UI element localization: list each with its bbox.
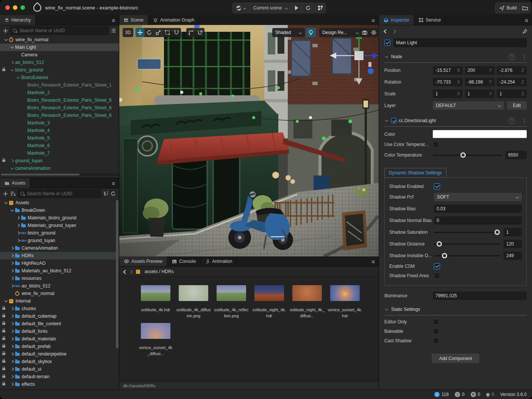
gizmo-display-select[interactable]: Design Re... <box>319 28 362 37</box>
chevron-right-icon[interactable] <box>16 231 20 235</box>
chevron-right-icon[interactable] <box>10 359 14 364</box>
chevron-right-icon[interactable] <box>10 382 14 387</box>
tab-animation-graph[interactable]: Animation Graph <box>148 15 199 25</box>
tab-assets-preview[interactable]: Assets Preview <box>119 256 167 266</box>
assets-vscrollbar[interactable] <box>116 200 119 348</box>
chevron-right-icon[interactable] <box>10 246 14 250</box>
tab-hierarchy[interactable]: Hierarchy <box>0 15 36 25</box>
scale-z-field[interactable]: 1Z <box>497 90 527 98</box>
tree-row[interactable]: HDRs <box>0 252 119 259</box>
chevron-right-icon[interactable] <box>10 352 14 356</box>
tree-row[interactable]: default_renderpipeline <box>0 350 119 358</box>
tree-row[interactable]: CameraAnimation <box>0 244 119 252</box>
tree-row[interactable]: Manhole_2 <box>0 89 119 96</box>
scale-x-field[interactable]: 1X <box>433 90 463 98</box>
tree-row[interactable]: Bistro_Research_Exterior_Paris_Street_6 <box>0 96 119 104</box>
hierarchy-menu-icon[interactable]: ≡ <box>112 17 115 23</box>
rotation-y-field[interactable]: -86.198Y <box>465 78 495 86</box>
chevron-right-icon[interactable] <box>10 374 14 379</box>
color-temp-slider[interactable] <box>433 151 502 159</box>
tree-row[interactable]: Camera <box>0 51 119 59</box>
chevron-right-icon[interactable] <box>10 158 14 163</box>
tab-service[interactable]: Service <box>414 15 446 25</box>
chevron-right-icon[interactable] <box>10 253 14 258</box>
chevron-right-icon[interactable] <box>16 223 20 228</box>
tree-row[interactable]: Main Light <box>0 43 119 51</box>
help-icon[interactable]: ? <box>509 54 515 60</box>
shadow-enabled-checkbox[interactable] <box>434 183 440 189</box>
chevron-right-icon[interactable] <box>10 321 14 326</box>
shadow-saturation-slider[interactable] <box>434 228 500 236</box>
chevron-down-icon[interactable] <box>4 299 8 303</box>
inspector-menu-icon[interactable]: ≡ <box>525 17 528 23</box>
add-component-button[interactable]: Add Component <box>432 354 479 363</box>
move-tool-button[interactable] <box>136 28 145 37</box>
cast-shadow-checkbox[interactable] <box>433 338 439 344</box>
illuminance-field[interactable]: 79991.025 <box>433 292 527 300</box>
chevron-right-icon[interactable] <box>16 216 20 220</box>
scene-select[interactable]: Current scene <box>250 3 292 13</box>
tree-row[interactable]: cameraAnimation <box>0 165 119 172</box>
chevron-down-icon[interactable] <box>10 68 14 72</box>
shadow-saturation-value[interactable]: 1 <box>504 228 522 236</box>
tree-row[interactable]: default_prefab <box>0 343 119 350</box>
asset-card[interactable]: soliltude_4k_diffusion.png <box>176 285 211 319</box>
asset-card[interactable]: solitude_night_4k_diffusi... <box>290 285 325 319</box>
info-count[interactable]: i 118 <box>434 392 449 397</box>
tree-row[interactable]: FBXground_luyan <box>0 237 119 244</box>
list-view-icon[interactable] <box>111 28 116 33</box>
gear-icon[interactable] <box>369 28 378 37</box>
tree-row[interactable]: Manhole_3 <box>0 119 119 127</box>
inspector-back-button[interactable] <box>384 29 387 33</box>
tree-row[interactable]: ao_bistro_512 <box>0 59 119 66</box>
tree-row[interactable]: bistro_ground <box>0 66 119 74</box>
tree-row[interactable]: Bistro_Research_Exterior_Paris_Street_6 <box>0 112 119 119</box>
shadow-normal-bias-field[interactable]: 0 <box>434 216 522 225</box>
refresh-icon[interactable] <box>111 191 116 196</box>
tree-row[interactable]: Materials_ao_bistro_512 <box>0 267 119 275</box>
assets-menu-icon[interactable]: ≡ <box>112 180 115 186</box>
shadow-invisible-slider[interactable] <box>434 252 500 260</box>
position-x-field[interactable]: -15.517X <box>433 66 463 75</box>
chevron-right-icon[interactable] <box>10 314 14 318</box>
node-section-header[interactable]: Node ? ⋮ <box>384 51 527 63</box>
rotation-x-field[interactable]: -70.733X <box>433 78 463 86</box>
help-icon[interactable]: ? <box>509 118 515 124</box>
chevron-down-icon[interactable] <box>10 166 14 171</box>
hierarchy-search-field[interactable] <box>19 28 106 34</box>
asset-card[interactable]: soliltude_4k_reflection.png <box>214 285 249 319</box>
sort-icon[interactable] <box>10 191 16 196</box>
static-settings-header[interactable]: Static Settings <box>384 304 527 315</box>
rotate-tool-button[interactable] <box>145 28 154 37</box>
node-active-checkbox[interactable] <box>384 40 390 46</box>
scene-menu-icon[interactable]: ≡ <box>371 17 375 23</box>
color-swatch[interactable] <box>433 130 527 138</box>
scale-y-field[interactable]: 1Y <box>465 90 495 98</box>
assets-search-input[interactable] <box>18 189 101 198</box>
pin-icon[interactable] <box>523 29 527 34</box>
tree-row[interactable]: default_fonts <box>0 328 119 335</box>
tree-row[interactable]: wine_fix_normal <box>0 36 119 43</box>
chevron-down-icon[interactable] <box>4 200 8 205</box>
tree-row[interactable]: Manhole_4 <box>0 127 119 134</box>
rotation-z-field[interactable]: -24.254Z <box>497 78 527 86</box>
chevron-right-icon[interactable] <box>10 337 14 341</box>
tab-assets[interactable]: Assets <box>0 178 30 188</box>
light-toggle-button[interactable] <box>306 28 316 37</box>
pivot-tool-button[interactable] <box>195 28 204 37</box>
mode-3d-button[interactable]: 3D <box>123 28 133 37</box>
tree-row[interactable]: default_file_content <box>0 320 119 328</box>
assets-search-field[interactable] <box>26 191 98 197</box>
tree-row[interactable]: Manhole_5 <box>0 134 119 142</box>
scale-tool-button[interactable] <box>154 28 163 37</box>
tree-row[interactable]: default_skybox <box>0 358 119 365</box>
warning-count[interactable]: ! 0 <box>455 392 465 397</box>
asset-card[interactable]: venice_sunset_4k_diffusi... <box>138 323 173 357</box>
editor-only-checkbox[interactable] <box>433 319 439 325</box>
tree-row[interactable]: ground_luyan <box>0 157 119 165</box>
play-button[interactable] <box>292 3 302 13</box>
kebab-menu-icon[interactable]: ⋮ <box>522 118 527 124</box>
inspector-forward-button[interactable] <box>393 29 396 33</box>
tree-row[interactable]: wine_fix_normal <box>0 290 119 297</box>
tree-row[interactable]: chunks <box>0 305 119 312</box>
